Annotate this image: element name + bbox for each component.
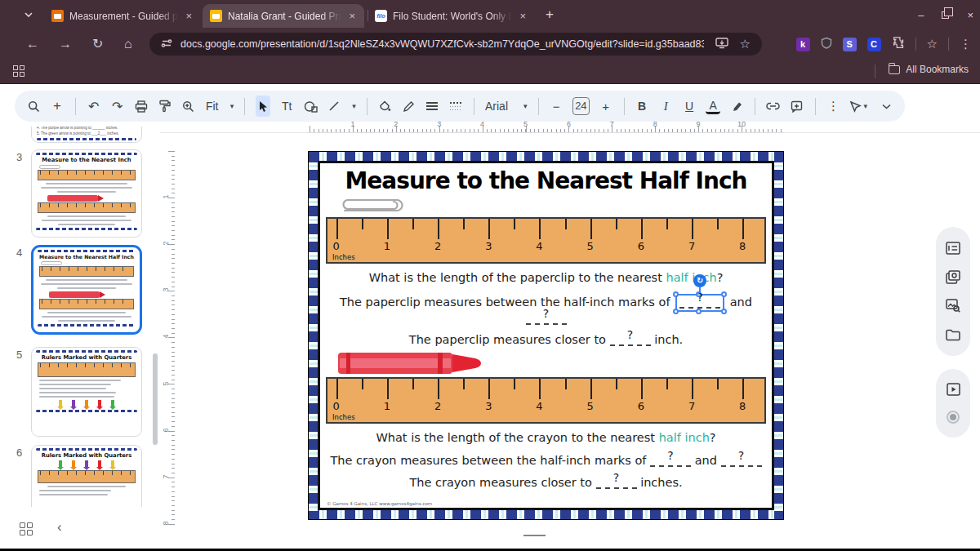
- slide-5-thumbnail[interactable]: Rulers Marked with Quarters: [31, 347, 142, 437]
- sparkle-star-icon[interactable]: ☆: [927, 37, 938, 51]
- redo-icon[interactable]: ↷: [110, 96, 125, 117]
- new-tab-button[interactable]: +: [546, 7, 554, 23]
- extension-s-icon[interactable]: S: [843, 38, 857, 51]
- answer-blank[interactable]: ?: [650, 455, 691, 467]
- image-search-panel-icon[interactable]: [937, 291, 969, 321]
- ruler-top[interactable]: Inches 012345678: [326, 217, 766, 264]
- insert-link-icon[interactable]: [766, 96, 781, 117]
- grid-view-icon[interactable]: [20, 522, 33, 535]
- speaker-notes-divider[interactable]: [523, 535, 546, 536]
- answer-blank[interactable]: ?: [526, 313, 567, 325]
- home-icon[interactable]: ⌂: [124, 36, 132, 52]
- resize-handle[interactable]: [673, 309, 679, 314]
- collapse-filmstrip-icon[interactable]: ‹: [57, 519, 62, 535]
- minimize-button[interactable]: –: [918, 9, 924, 21]
- close-icon[interactable]: ×: [184, 10, 194, 22]
- new-slide-button[interactable]: +: [50, 96, 65, 117]
- crayon-closer-line[interactable]: The crayon measures closer to ? inches.: [320, 476, 772, 489]
- font-dropdown-icon[interactable]: ▾: [523, 102, 528, 110]
- crayon-question[interactable]: What is the length of the crayon to the …: [320, 431, 772, 444]
- filmstrip-scrollbar[interactable]: [153, 353, 158, 445]
- rotate-handle-icon[interactable]: ↻: [693, 274, 706, 287]
- undo-icon[interactable]: ↶: [87, 96, 101, 117]
- collapse-toolbar-icon[interactable]: [879, 96, 893, 117]
- highlight-color-button[interactable]: [729, 96, 744, 117]
- answer-blank[interactable]: ?: [679, 296, 720, 309]
- bookmark-star-icon[interactable]: ☆: [740, 37, 751, 51]
- border-weight-tool[interactable]: [425, 96, 439, 117]
- crayon-image[interactable]: [338, 351, 489, 375]
- folder-panel-icon[interactable]: [937, 321, 969, 350]
- site-info-icon[interactable]: [149, 38, 180, 51]
- tab-filo-student[interactable]: filo Filo Student: World's Only Live ×: [368, 4, 535, 28]
- close-icon[interactable]: ×: [347, 10, 357, 22]
- slide-title[interactable]: Measure to the Nearest Half Inch: [320, 167, 772, 194]
- extension-shield-icon[interactable]: [821, 37, 832, 52]
- screenshot-panel-icon[interactable]: [937, 263, 969, 292]
- extensions-puzzle-icon[interactable]: [892, 36, 905, 52]
- extension-c-icon[interactable]: C: [867, 38, 881, 51]
- pen-tools-button[interactable]: ▾: [849, 96, 867, 117]
- all-bookmarks-button[interactable]: All Bookmarks: [889, 64, 969, 75]
- zoom-icon[interactable]: [181, 96, 196, 117]
- increase-font-button[interactable]: +: [599, 96, 613, 117]
- print-icon[interactable]: [134, 96, 149, 117]
- close-icon[interactable]: ×: [518, 10, 528, 22]
- shape-tool[interactable]: [303, 96, 318, 117]
- bold-button[interactable]: B: [635, 96, 649, 117]
- install-icon[interactable]: [715, 38, 728, 51]
- back-icon[interactable]: ←: [26, 36, 39, 52]
- slide-page[interactable]: Measure to the Nearest Half Inch Inches …: [308, 151, 784, 520]
- underline-button[interactable]: U: [682, 96, 697, 117]
- forward-icon[interactable]: →: [59, 36, 72, 52]
- answer-blank[interactable]: ?: [610, 334, 651, 346]
- paperclip-closer-line[interactable]: The paperclip measures closer to ? inch.: [320, 333, 772, 346]
- tab-measurement[interactable]: Measurement - Guided practice ×: [44, 4, 201, 28]
- resize-handle[interactable]: [721, 309, 727, 314]
- browser-menu-icon[interactable]: ⋮: [960, 37, 972, 51]
- apps-grid-icon[interactable]: [13, 65, 24, 77]
- horizontal-ruler[interactable]: 12345678910: [308, 122, 784, 133]
- template-panel-icon[interactable]: [937, 233, 969, 263]
- tab-search-button[interactable]: [18, 6, 39, 24]
- slide-2-thumbnail-partial[interactable]: 4. The purple arrow is pointing to _____…: [31, 127, 142, 143]
- slideshow-panel-icon[interactable]: [937, 375, 969, 403]
- font-size-input[interactable]: 24: [572, 97, 589, 115]
- more-options-icon[interactable]: ⋮: [826, 96, 840, 117]
- resize-handle[interactable]: [673, 291, 679, 297]
- reload-icon[interactable]: ↻: [92, 36, 103, 52]
- italic-button[interactable]: I: [658, 96, 673, 117]
- record-button-icon[interactable]: [937, 403, 969, 431]
- answer-blank[interactable]: ?: [596, 477, 637, 489]
- paint-format-icon[interactable]: [158, 96, 172, 117]
- font-select[interactable]: Arial: [485, 96, 513, 117]
- url-text[interactable]: docs.google.com/presentation/d/1sq2NleSZ…: [180, 38, 704, 50]
- decrease-font-button[interactable]: −: [549, 96, 564, 117]
- vertical-ruler[interactable]: 12345678: [164, 135, 175, 529]
- restore-button[interactable]: [942, 11, 949, 19]
- slide-4-thumbnail-selected[interactable]: Measure to the Nearest Half Inch: [31, 245, 142, 335]
- extension-k-icon[interactable]: k: [796, 38, 810, 51]
- ruler-bottom[interactable]: Inches 012345678: [326, 377, 766, 424]
- close-window-button[interactable]: ×: [967, 9, 973, 21]
- slide-6-thumbnail[interactable]: Rulers Marked with Quarters: [31, 445, 142, 507]
- resize-handle[interactable]: [696, 309, 702, 314]
- fill-color-tool[interactable]: [377, 96, 392, 117]
- selected-answer-box[interactable]: ↻ ?: [675, 294, 724, 312]
- add-comment-icon[interactable]: [790, 96, 804, 117]
- line-dropdown-icon[interactable]: ▾: [352, 102, 356, 110]
- zoom-select[interactable]: Fit: [205, 96, 220, 117]
- textbox-tool[interactable]: Tt: [279, 96, 294, 117]
- border-color-tool[interactable]: [401, 96, 416, 117]
- address-bar[interactable]: docs.google.com/presentation/d/1sq2NleSZ…: [149, 33, 762, 56]
- text-color-button[interactable]: A: [706, 99, 720, 114]
- line-tool[interactable]: [327, 96, 341, 117]
- zoom-dropdown-icon[interactable]: ▾: [230, 102, 234, 110]
- slide-3-thumbnail[interactable]: Measure to the Nearest Inch: [31, 149, 142, 238]
- answer-blank[interactable]: ?: [721, 455, 762, 467]
- paperclip-image[interactable]: [336, 199, 412, 216]
- crayon-blanks-line[interactable]: The crayon measures between the half-inc…: [320, 454, 772, 467]
- tab-natalia-grant[interactable]: Natalia Grant - Guided Practice ×: [203, 4, 364, 28]
- select-tool[interactable]: [256, 96, 270, 117]
- search-icon[interactable]: [26, 96, 41, 117]
